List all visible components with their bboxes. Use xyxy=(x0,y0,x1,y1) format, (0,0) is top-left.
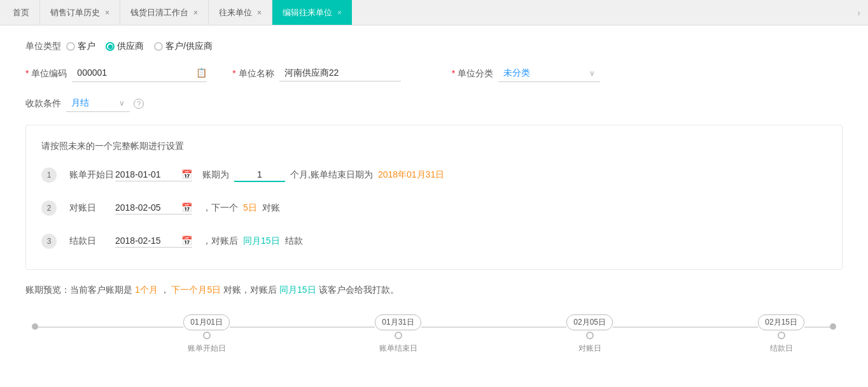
suffix-2: 对账 xyxy=(262,202,280,214)
period-num-3: 3 xyxy=(41,234,57,249)
period-row-3: 3 结款日 📅 ，对账后 同月15日 结款 xyxy=(41,234,827,249)
node-dot-2 xyxy=(395,332,402,339)
node-dot-1 xyxy=(203,332,211,339)
timeline-end xyxy=(804,314,836,330)
unit-code-input[interactable] xyxy=(72,65,193,80)
close-tab-cash-work[interactable]: × xyxy=(193,8,198,17)
period-row-1: 1 账单开始日 📅 账期为 个月,账单结束日期为 2018年01月31日 xyxy=(41,167,827,183)
tab-cash-work[interactable]: 钱货日清工作台 × xyxy=(120,0,209,25)
unit-type-label: 单位类型 xyxy=(25,41,61,52)
timeline-segment-4: 02月15日 结款日 xyxy=(613,314,804,354)
date-field-1[interactable] xyxy=(115,169,179,179)
radio-circle-both xyxy=(154,42,163,51)
payment-row: 收款条件 月结 ∨ ? xyxy=(25,95,843,112)
tab-bar: 首页 销售订单历史 × 钱货日清工作台 × 往来单位 × 编辑往来单位 × › xyxy=(0,0,868,25)
payment-label: 收款条件 xyxy=(25,98,61,109)
timeline-segment-3: 02月05日 对账日 xyxy=(421,314,613,354)
timeline-end-line xyxy=(804,327,830,328)
radio-circle-customer xyxy=(66,42,75,51)
period-highlight-3: 同月15日 xyxy=(243,236,280,247)
node-label-3: 02月05日 xyxy=(566,314,613,330)
node-sublabel-1: 账单开始日 xyxy=(188,343,226,354)
date-input-2: 📅 xyxy=(115,202,192,215)
close-tab-sales-history[interactable]: × xyxy=(105,8,109,17)
payment-dropdown[interactable]: 月结 ∨ xyxy=(66,95,130,112)
node-dot-3 xyxy=(586,332,594,339)
date-field-2[interactable] xyxy=(115,202,179,213)
timeline-segment-2: 01月31日 账单结束日 xyxy=(230,314,421,354)
period-num-2: 2 xyxy=(41,201,57,216)
tab-sales-history[interactable]: 销售订单历史 × xyxy=(40,0,120,25)
calendar-icon-3[interactable]: 📅 xyxy=(181,236,192,246)
period-highlight-2: 5日 xyxy=(243,202,257,214)
chevron-down-icon-payment: ∨ xyxy=(119,99,125,108)
node-label-2: 01月31日 xyxy=(375,314,421,330)
chevron-down-icon: ∨ xyxy=(589,69,595,78)
period-section: 请按照未来的一个完整帐期进行设置 1 账单开始日 📅 账期为 个月,账单结束日期… xyxy=(25,125,843,270)
unit-type-field: 单位类型 客户 供应商 客户/供应商 xyxy=(25,41,213,52)
timeline-node-1: 01月01日 账单开始日 xyxy=(183,314,230,354)
unit-code-field: 单位编码 📋 xyxy=(25,65,207,82)
unit-category-dropdown[interactable]: 未分类 ∨ xyxy=(498,65,600,82)
preview-part1: 1个月 xyxy=(135,285,158,295)
timeline-line-2 xyxy=(230,327,375,328)
tab-partner[interactable]: 往来单位 × xyxy=(209,0,272,25)
period-value-input[interactable] xyxy=(234,168,285,182)
date-input-3: 📅 xyxy=(115,236,192,248)
tab-home[interactable]: 首页 xyxy=(0,0,40,25)
copy-icon[interactable]: 📋 xyxy=(196,67,207,78)
suffix-3: 结款 xyxy=(285,236,303,247)
suffix-before-1: 账期为 xyxy=(202,169,229,181)
unit-code-label: 单位编码 xyxy=(25,68,67,80)
help-icon[interactable]: ? xyxy=(134,99,144,109)
timeline-segment-1: 01月01日 账单开始日 xyxy=(38,314,230,354)
unit-code-input-wrap: 📋 xyxy=(72,65,207,82)
unit-name-field: 单位名称 xyxy=(232,66,400,81)
payment-value: 月结 xyxy=(71,97,114,109)
prefix-3: ，对账后 xyxy=(202,236,238,247)
period-label-1: 账单开始日 xyxy=(69,169,108,181)
timeline-line-1 xyxy=(38,327,183,328)
close-tab-edit-partner[interactable]: × xyxy=(337,8,342,17)
timeline: 01月01日 账单开始日 01月31日 账单结束日 02月05日 对账日 xyxy=(25,314,843,354)
radio-customer[interactable]: 客户 xyxy=(66,41,95,52)
node-sublabel-2: 账单结束日 xyxy=(379,343,417,354)
unit-name-label: 单位名称 xyxy=(232,68,274,80)
preview-text: 账期预览：当前客户账期是 1个月 ， 下一个月5日 对账，对账后 同月15日 该… xyxy=(25,283,843,297)
period-num-1: 1 xyxy=(41,167,57,183)
timeline-node-4: 02月15日 结款日 xyxy=(758,314,804,354)
timeline-end-dot xyxy=(830,323,836,330)
period-label-2: 对账日 xyxy=(69,202,108,214)
unit-type-radio-group: 客户 供应商 客户/供应商 xyxy=(66,41,213,52)
period-label-3: 结款日 xyxy=(69,236,108,247)
prefix-2: ，下一个 xyxy=(202,202,238,214)
node-sublabel-4: 结款日 xyxy=(770,343,793,354)
calendar-icon-2[interactable]: 📅 xyxy=(181,202,192,213)
unit-category-value: 未分类 xyxy=(503,67,584,79)
node-label-4: 02月15日 xyxy=(758,314,804,330)
close-tab-partner[interactable]: × xyxy=(257,8,262,17)
radio-supplier[interactable]: 供应商 xyxy=(106,41,144,52)
timeline-node-3: 02月05日 对账日 xyxy=(566,314,613,354)
timeline-line-3 xyxy=(421,327,566,328)
date-input-1: 📅 xyxy=(115,169,192,181)
timeline-start-dot xyxy=(32,323,38,330)
tab-edit-partner[interactable]: 编辑往来单位 × xyxy=(272,0,352,25)
suffix-after-1: 个月,账单结束日期为 xyxy=(290,169,373,181)
timeline-node-2: 01月31日 账单结束日 xyxy=(375,314,421,354)
node-sublabel-3: 对账日 xyxy=(578,343,601,354)
period-highlight-1: 2018年01月31日 xyxy=(378,169,444,181)
unit-category-label: 单位分类 xyxy=(452,68,493,80)
timeline-line-4 xyxy=(613,327,758,328)
node-dot-4 xyxy=(778,332,785,339)
unit-category-field: 单位分类 未分类 ∨ xyxy=(452,65,600,82)
tab-expand-icon[interactable]: › xyxy=(850,8,868,18)
radio-both[interactable]: 客户/供应商 xyxy=(154,41,213,52)
unit-name-input[interactable] xyxy=(279,66,401,81)
date-field-3[interactable] xyxy=(115,236,179,246)
radio-circle-supplier xyxy=(106,42,115,51)
period-row-2: 2 对账日 📅 ，下一个 5日 对账 xyxy=(41,201,827,216)
preview-part3: 同月15日 xyxy=(279,285,316,295)
calendar-icon-1[interactable]: 📅 xyxy=(181,169,192,179)
main-content: 单位类型 客户 供应商 客户/供应商 单位编码 xyxy=(0,25,868,387)
